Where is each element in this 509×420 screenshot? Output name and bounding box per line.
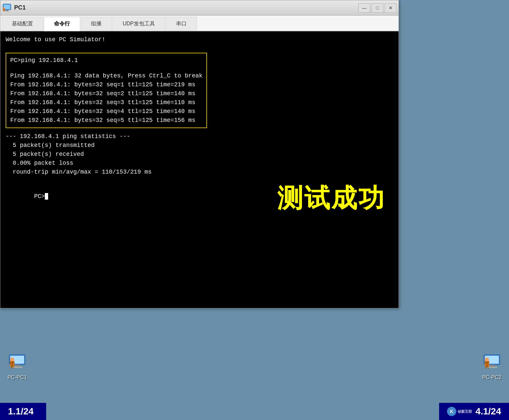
pc2-label: PC-PC2 bbox=[482, 375, 502, 380]
welcome-message: Welcome to use PC Simulator! bbox=[6, 35, 393, 44]
stats-rtt: round-trip min/avg/max = 110/153/219 ms bbox=[6, 168, 393, 177]
desktop-icon-pc2[interactable]: PC-PC2 bbox=[481, 351, 502, 380]
ping-result-3: From 192.168.4.1: bytes=32 seq=3 ttl=125… bbox=[10, 98, 202, 107]
ping-result-4: From 192.168.4.1: bytes=32 seq=4 ttl=125… bbox=[10, 107, 202, 116]
ping-command: PC>ping 192.168.4.1 bbox=[10, 56, 202, 65]
ping-result-1: From 192.168.4.1: bytes=32 seq=1 ttl=125… bbox=[10, 80, 202, 89]
tab-multicast[interactable]: 组播 bbox=[81, 17, 112, 31]
svg-rect-2 bbox=[6, 10, 8, 11]
pc1-icon bbox=[7, 351, 28, 373]
watermark-text: 创新互联 bbox=[458, 409, 472, 414]
pc1-window: PC1 — □ ✕ 基础配置 命令行 组播 UDP发包工具 串口 Welcome… bbox=[0, 0, 399, 308]
logo-icon: K bbox=[447, 407, 456, 416]
tab-basic-config[interactable]: 基础配置 bbox=[2, 17, 43, 31]
svg-rect-8 bbox=[15, 365, 20, 367]
tab-udp-tool[interactable]: UDP发包工具 bbox=[112, 17, 165, 31]
stats-received: 5 packet(s) received bbox=[6, 150, 393, 159]
ping-result-2: From 192.168.4.1: bytes=32 seq=2 ttl=125… bbox=[10, 89, 202, 98]
status-value-right: 4.1/24 bbox=[475, 406, 501, 417]
close-button[interactable]: ✕ bbox=[385, 3, 397, 13]
bottom-status-bars: 1.1/24 K 创新互联 4.1/24 bbox=[0, 403, 509, 420]
desktop-icon-pc1[interactable]: PC-PC1 bbox=[7, 351, 28, 380]
cursor bbox=[45, 193, 48, 200]
minimize-button[interactable]: — bbox=[358, 3, 370, 13]
svg-rect-3 bbox=[5, 11, 9, 12]
pc2-icon bbox=[481, 351, 502, 373]
prompt-text: PC> bbox=[34, 193, 45, 200]
command-box: PC>ping 192.168.4.1 Ping 192.168.4.1: 32… bbox=[6, 53, 207, 128]
svg-point-5 bbox=[3, 7, 5, 9]
ping-stats: --- 192.168.4.1 ping statistics --- 5 pa… bbox=[6, 132, 393, 177]
window-title: PC1 bbox=[14, 4, 26, 11]
tab-bar: 基础配置 命令行 组播 UDP发包工具 串口 bbox=[0, 15, 399, 31]
stats-header: --- 192.168.4.1 ping statistics --- bbox=[6, 132, 393, 141]
title-bar-left: PC1 bbox=[2, 3, 26, 13]
svg-rect-1 bbox=[4, 5, 10, 9]
pc1-label: PC-PC1 bbox=[8, 375, 27, 380]
svg-point-11 bbox=[10, 357, 14, 361]
pc1-window-icon bbox=[2, 3, 12, 13]
stats-transmitted: 5 packet(s) transmitted bbox=[6, 141, 393, 150]
maximize-button[interactable]: □ bbox=[372, 3, 383, 13]
ping-result-5: From 192.168.4.1: bytes=32 seq=5 ttl=125… bbox=[10, 116, 202, 125]
terminal-area[interactable]: Welcome to use PC Simulator! PC>ping 192… bbox=[0, 31, 399, 308]
svg-rect-4 bbox=[3, 9, 5, 11]
desktop: PC1 — □ ✕ 基础配置 命令行 组播 UDP发包工具 串口 Welcome… bbox=[0, 0, 509, 420]
title-bar: PC1 — □ ✕ bbox=[0, 0, 399, 15]
status-bar-left: 1.1/24 bbox=[0, 403, 46, 420]
desktop-icons: PC-PC1 PC-PC2 bbox=[0, 351, 509, 380]
tab-serial[interactable]: 串口 bbox=[166, 17, 197, 31]
ping-header: Ping 192.168.4.1: 32 data bytes, Press C… bbox=[10, 71, 202, 80]
svg-point-21 bbox=[485, 357, 489, 361]
tab-command-line[interactable]: 命令行 bbox=[44, 17, 80, 31]
stats-loss: 0.00% packet loss bbox=[6, 159, 393, 168]
success-overlay: 测试成功 bbox=[277, 181, 385, 216]
svg-rect-18 bbox=[489, 365, 494, 367]
status-bar-right: K 创新互联 4.1/24 bbox=[439, 403, 509, 420]
logo-area: K 创新互联 bbox=[447, 407, 472, 416]
title-controls: — □ ✕ bbox=[358, 3, 397, 13]
